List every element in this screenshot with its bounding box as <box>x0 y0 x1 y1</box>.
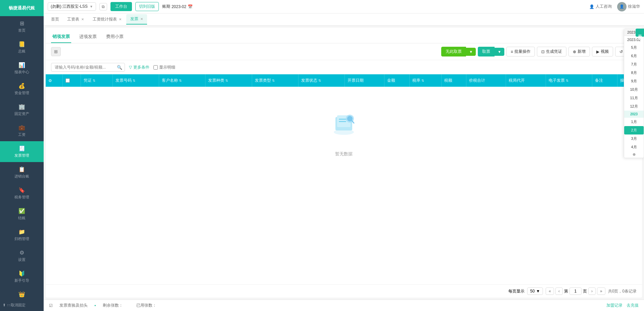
tab-salary-stats[interactable]: 工资统计报表 ✕ <box>89 14 126 24</box>
sub-tab-expense[interactable]: 费用小票 <box>105 31 125 43</box>
sidebar-item-archive[interactable]: 📁 归档管理 <box>0 225 44 245</box>
open-period-button[interactable]: 开期日期 <box>636 29 644 37</box>
date-panel-item-11[interactable]: 11月 <box>624 94 644 102</box>
sort-icon: ⇅ <box>272 79 275 82</box>
user-profile[interactable]: 👤 徐滋华 <box>617 2 640 11</box>
date-panel-item-mar[interactable]: 3月 <box>624 134 644 143</box>
generate-voucher-button[interactable]: ⊡ 生成凭证 <box>537 47 566 56</box>
date-panel-item-8[interactable]: 8月 <box>624 69 644 77</box>
switch-version-button[interactable]: 切到旧版 <box>135 2 159 11</box>
th-invoice-kind: 发票类型⇅ <box>252 74 298 87</box>
sidebar-item-home[interactable]: ⊞ 首页 <box>0 16 44 37</box>
tab-salary[interactable]: 工资表 ✕ <box>63 14 88 24</box>
tab-invoice[interactable]: 发票 ✕ <box>126 14 147 25</box>
prev-page-button[interactable]: ‹ <box>555 287 563 295</box>
video-button[interactable]: ▶ 视频 <box>592 47 613 56</box>
no-invoice-dropdown[interactable]: ▼ <box>466 48 476 56</box>
toolbar: ⊞ 无此取票 ▼ 取票 ▼ ≡ 批量操作 <box>46 43 642 60</box>
tab-close-icon[interactable]: ✕ <box>140 17 143 21</box>
date-panel-item-10[interactable]: 10月 <box>624 85 644 94</box>
archive-icon: 📁 <box>18 229 25 235</box>
sidebar-label-archive: 归档管理 <box>14 236 29 241</box>
date-panel-expand[interactable]: ⊕ <box>624 151 644 158</box>
get-invoice-dropdown[interactable]: ▼ <box>495 48 504 56</box>
sidebar-item-close[interactable]: ✅ 结账 <box>0 204 44 225</box>
sidebar-item-guide[interactable]: 🔰 新手引导 <box>0 266 44 287</box>
company-selector[interactable]: (勿删) 江西股宝-LSS ▼ <box>48 2 96 11</box>
select-all-checkbox[interactable] <box>65 78 70 83</box>
used-label: 已用张数： <box>136 303 156 308</box>
date-panel-item-12[interactable]: 12月 <box>624 102 644 111</box>
per-page-select[interactable]: 50 ▼ <box>527 287 543 295</box>
workbench-button[interactable]: 工作台 <box>110 2 132 11</box>
th-electronic: 电子发票⇅ <box>546 74 592 87</box>
sidebar-item-ledger[interactable]: 📒 总账 <box>0 37 44 58</box>
voucher-icon: ⊡ <box>541 49 545 54</box>
tab-home[interactable]: 首页 <box>48 14 62 24</box>
recharge-link[interactable]: 去充值 <box>627 303 639 308</box>
tab-close-icon[interactable]: ✕ <box>81 17 84 21</box>
get-invoice-button[interactable]: 取票 <box>478 47 495 56</box>
sidebar-item-reports[interactable]: 📊 报表中心 <box>0 58 44 79</box>
home-icon: ⊞ <box>20 20 24 27</box>
last-page-button[interactable]: » <box>597 287 605 295</box>
date-panel-item-5[interactable]: 5月 <box>624 43 644 52</box>
sidebar-item-invoice[interactable]: 🧾 发票管理 <box>0 141 44 162</box>
sidebar-item-funds[interactable]: 💰 资金管理 <box>0 79 44 100</box>
page-unit: 页 <box>583 288 587 294</box>
date-panel-item-apr[interactable]: 4月 <box>624 143 644 151</box>
grid-settings-button[interactable]: ⊞ <box>51 47 61 56</box>
tab-bar: 首页 工资表 ✕ 工资统计报表 ✕ 发票 ✕ <box>44 13 644 26</box>
sub-tab-outgoing[interactable]: 销项发票 <box>51 31 71 43</box>
new-button[interactable]: ⊕ 新增 <box>568 47 590 56</box>
sidebar-item-member[interactable]: 👑 畅会员 <box>0 287 44 299</box>
sidebar-label-settings: 设置 <box>18 257 26 262</box>
first-page-button[interactable]: « <box>546 287 554 295</box>
sort-icon: ⇅ <box>225 79 228 82</box>
date-panel-item-9[interactable]: 9月 <box>624 77 644 85</box>
table-wrap: ⚙ 凭证⇅ 发票号码⇅ 客户名称⇅ 发票种类⇅ 发票类型⇅ 发票状态⇅ 开票日期… <box>46 74 642 284</box>
sidebar-logo: 畅捷通易代账 <box>0 0 44 16</box>
batch-ops-button[interactable]: ≡ 批量操作 <box>506 47 535 56</box>
sidebar-item-salary[interactable]: 💼 工资 <box>0 120 44 141</box>
date-panel-item-1[interactable]: 2023.02 <box>624 36 644 43</box>
sidebar-item-assets[interactable]: 🏢 固定资产 <box>0 100 44 120</box>
copy-button[interactable]: ⧉ <box>99 3 107 10</box>
search-input[interactable] <box>51 63 125 72</box>
search-wrap: 🔍 <box>51 63 125 72</box>
invoice-table: ⚙ 凭证⇅ 发票号码⇅ 客户名称⇅ 发票种类⇅ 发票类型⇅ 发票状态⇅ 开票日期… <box>46 74 642 87</box>
support-label: 人工咨询 <box>596 4 612 9</box>
sidebar-item-settings[interactable]: ⚙ 设置 <box>0 245 44 266</box>
date-panel-item-6[interactable]: 6月 <box>624 52 644 60</box>
date-panel: 2023.02 2023.02 5月 6月 7月 8月 9月 10月 11月 1… <box>624 29 644 158</box>
sidebar-bottom-pin[interactable]: ⬆ ↑↑取消固定 <box>0 299 44 311</box>
join-record-link[interactable]: 加盟记录 <box>606 303 623 308</box>
tab-close-icon[interactable]: ✕ <box>119 17 122 21</box>
sort-icon: ⇅ <box>421 79 424 82</box>
sidebar-item-tax[interactable]: 🔖 税务管理 <box>0 183 44 204</box>
batch-icon: ≡ <box>511 49 513 54</box>
tab-salary-stats-label: 工资统计报表 <box>93 16 117 22</box>
date-panel-item-7[interactable]: 7月 <box>624 60 644 69</box>
sidebar-label-sales: 进销台账 <box>14 174 29 179</box>
show-detail-checkbox[interactable]: 显示明细 <box>153 65 175 70</box>
next-page-button[interactable]: › <box>588 287 596 295</box>
app-name: 畅捷通易代账 <box>9 5 35 11</box>
period-info: 账期 2023-02 📅 <box>162 4 193 9</box>
date-panel-year-2023: 2023 <box>624 111 644 118</box>
date-panel-item-feb[interactable]: 2月 <box>624 126 644 134</box>
show-detail-input[interactable] <box>153 65 158 70</box>
empty-state: 暂无数据 <box>46 87 642 177</box>
reports-icon: 📊 <box>18 62 25 68</box>
guide-icon: 🔰 <box>18 270 25 277</box>
page-input[interactable] <box>569 287 582 295</box>
th-tax-amount: 税额 <box>441 74 466 87</box>
more-filters-button[interactable]: ▽ 更多条件 <box>129 65 149 70</box>
per-page-value: 50 <box>530 289 535 294</box>
sidebar-item-sales[interactable]: 📋 进销台账 <box>0 162 44 183</box>
sub-tab-outgoing-label: 销项发票 <box>52 34 70 39</box>
sub-tab-incoming[interactable]: 进项发票 <box>78 31 98 43</box>
date-panel-item-jan[interactable]: 1月 <box>624 118 644 126</box>
no-invoice-button[interactable]: 无此取票 <box>441 47 466 56</box>
support-item[interactable]: 👤 人工咨询 <box>589 4 612 9</box>
